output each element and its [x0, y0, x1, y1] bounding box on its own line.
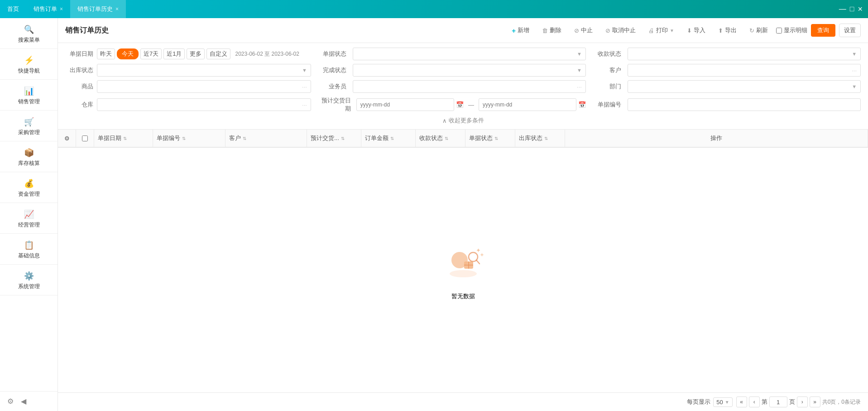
svg-text:✦: ✦ [480, 251, 484, 258]
th-collect-status-sort-icon[interactable]: ⇅ [445, 136, 448, 141]
close-button[interactable]: × [858, 5, 863, 14]
customer-dots[interactable]: ··· [852, 67, 857, 74]
delivery-date-to-calendar-icon[interactable]: 📅 [578, 101, 586, 108]
query-button[interactable]: 查询 [811, 24, 835, 37]
stop-button[interactable]: ⊘ 中止 [570, 24, 597, 37]
tab-sales-order[interactable]: 销售订单 × [26, 0, 70, 18]
delivery-date-to[interactable] [479, 98, 576, 111]
page-size-dropdown[interactable]: 50 ▼ [713, 397, 732, 407]
th-order-status-sort-icon[interactable]: ⇅ [494, 136, 498, 141]
import-button[interactable]: ⬇ 导入 [682, 24, 710, 37]
goods-dots[interactable]: ··· [302, 83, 307, 90]
sidebar-label-stock-calc: 库存核算 [18, 160, 40, 167]
th-delivery-sort-icon[interactable]: ⇅ [341, 136, 345, 141]
sidebar-item-basic-info[interactable]: 📋 基础信息 [0, 234, 58, 265]
dept-chevron-icon: ▼ [852, 84, 857, 89]
print-button[interactable]: 🖨 打印 ▼ [644, 24, 679, 37]
prev-page-button[interactable]: ‹ [749, 396, 760, 407]
page-size-chevron-icon: ▼ [725, 400, 729, 405]
first-page-button[interactable]: « [736, 396, 747, 407]
sidebar-item-sales-mgmt[interactable]: 📊 销售管理 [0, 80, 58, 111]
tab-sales-order-close[interactable]: × [60, 6, 63, 12]
warehouse-input[interactable]: ··· [97, 98, 311, 111]
customer-input[interactable]: ··· [628, 64, 861, 77]
refresh-button[interactable]: ↻ 刷新 [745, 24, 772, 37]
out-status-select[interactable]: ▼ [97, 64, 311, 77]
window-controls: — □ × [834, 5, 868, 14]
th-customer-sort-icon[interactable]: ⇅ [243, 136, 246, 141]
warehouse-dots[interactable]: ··· [302, 102, 307, 108]
th-customer-label: 客户 [229, 134, 241, 142]
sidebar-item-search-menu[interactable]: 🔍 搜索菜单 [0, 18, 58, 49]
order-status-select[interactable]: ▼ [353, 48, 586, 60]
sidebar-collapse-icon[interactable]: ◀ [21, 397, 26, 406]
main-layout: 🔍 搜索菜单 ⚡ 快捷导航 📊 销售管理 🛒 采购管理 📦 库存核算 💰 资金管… [0, 18, 868, 411]
th-order-no-sort-icon[interactable]: ⇅ [182, 136, 186, 141]
sidebar-item-biz-mgmt[interactable]: 📈 经营管理 [0, 203, 58, 234]
filter-row-4: 仓库 ··· 预计交货日期 📅 — 📅 单据编号 [65, 97, 861, 113]
purchase-mgmt-icon: 🛒 [24, 117, 34, 127]
sidebar-item-stock-calc[interactable]: 📦 库存核算 [0, 141, 58, 172]
delivery-date-from[interactable] [356, 98, 454, 111]
last-page-button[interactable]: » [810, 396, 820, 407]
date-btn-last1m[interactable]: 近1月 [163, 48, 185, 59]
minimize-button[interactable]: — [839, 5, 846, 13]
delete-icon: 🗑 [542, 27, 548, 34]
th-amount-sort-icon[interactable]: ⇅ [390, 136, 394, 141]
th-date-sort-icon[interactable]: ⇅ [123, 136, 127, 141]
cancel-stop-button[interactable]: ⊘ 取消中止 [601, 24, 640, 37]
date-filter-label: 单据日期 [65, 50, 97, 58]
page-size-select: 每页显示 50 ▼ [687, 397, 732, 407]
sidebar-item-sys-mgmt[interactable]: ⚙️ 系统管理 [0, 265, 58, 295]
svg-point-0 [450, 270, 477, 277]
date-btn-today[interactable]: 今天 [117, 48, 139, 59]
sidebar-item-purchase-mgmt[interactable]: 🛒 采购管理 [0, 111, 58, 141]
content-area: 销售订单历史 + 新增 🗑 删除 ⊘ 中止 ⊘ 取消中止 🖨 打印 ▼ [58, 18, 868, 411]
salesperson-dots[interactable]: ··· [577, 83, 582, 90]
new-button[interactable]: + 新增 [507, 24, 534, 37]
display-toggle-checkbox[interactable] [776, 28, 782, 34]
select-all-checkbox[interactable] [82, 135, 88, 141]
collect-status-select[interactable]: ▼ [628, 48, 861, 60]
search-menu-icon: 🔍 [24, 24, 34, 34]
date-btn-custom[interactable]: 自定义 [206, 48, 230, 59]
sidebar-label-sales-mgmt: 销售管理 [18, 98, 40, 106]
date-btn-yesterday[interactable]: 昨天 [97, 48, 115, 59]
dept-select[interactable]: ▼ [628, 80, 861, 93]
sidebar-item-quick-nav[interactable]: ⚡ 快捷导航 [0, 49, 58, 80]
settings-label: 设置 [844, 26, 856, 34]
tab-sales-order-history-close[interactable]: × [115, 6, 119, 12]
export-button[interactable]: ⬆ 导出 [714, 24, 741, 37]
th-operation: 操作 [565, 130, 868, 147]
collapse-link[interactable]: ∧ 收起更多条件 [65, 116, 861, 125]
page-input[interactable] [769, 396, 787, 407]
display-toggle-label: 显示明细 [784, 26, 807, 34]
basic-info-icon: 📋 [24, 240, 34, 250]
import-label: 导入 [694, 26, 705, 34]
sidebar-item-fund-mgmt[interactable]: 💰 资金管理 [0, 172, 58, 203]
order-status-chevron-icon: ▼ [577, 51, 582, 57]
delete-button[interactable]: 🗑 删除 [537, 24, 566, 37]
goods-input[interactable]: ··· [97, 80, 311, 93]
order-no-input[interactable] [628, 98, 861, 111]
th-checkbox[interactable] [76, 130, 94, 147]
delivery-date-from-calendar-icon[interactable]: 📅 [456, 101, 464, 108]
svg-line-6 [476, 260, 480, 264]
order-status-label: 单据状态 [318, 50, 350, 58]
settings-col-icon: ⚙ [64, 135, 70, 142]
settings-button[interactable]: 设置 [839, 24, 861, 37]
goods-filter-label: 商品 [65, 82, 97, 91]
complete-status-select[interactable]: ▼ [353, 64, 586, 77]
tab-home[interactable]: 首页 [0, 0, 26, 18]
tab-sales-order-history[interactable]: 销售订单历史 × [70, 0, 126, 18]
salesperson-input[interactable]: ··· [353, 80, 586, 93]
maximize-button[interactable]: □ [850, 5, 854, 13]
date-btn-more[interactable]: 更多 [187, 48, 205, 59]
next-page-button[interactable]: › [797, 396, 808, 407]
th-settings[interactable]: ⚙ [58, 130, 76, 147]
date-btn-last7[interactable]: 近7天 [140, 48, 162, 59]
page-nav: « ‹ 第 页 › » 共0页，0条记录 [736, 396, 861, 407]
th-out-status-sort-icon[interactable]: ⇅ [544, 136, 548, 141]
th-order-no-label: 单据编号 [157, 134, 180, 142]
sidebar-settings-icon[interactable]: ⚙ [7, 397, 14, 406]
